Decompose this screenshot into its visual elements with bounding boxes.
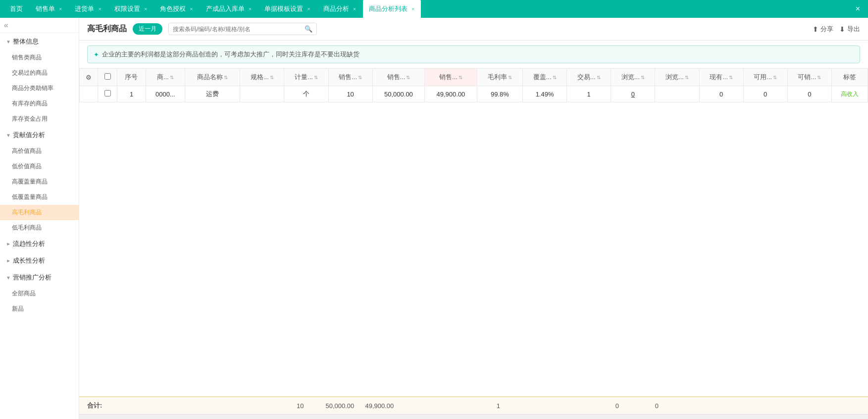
- nav-product-inbound[interactable]: 产成品入库单 ×: [200, 0, 257, 18]
- col-checkbox[interactable]: [98, 69, 117, 86]
- search-icon[interactable]: 🔍: [305, 25, 312, 33]
- row-trade: 1: [567, 86, 611, 102]
- sidebar-item-stock-capital[interactable]: 库存资金占用: [0, 111, 79, 127]
- table-header-row: ⚙ 序号 商... ⇅: [80, 69, 868, 86]
- nav-template-settings[interactable]: 单据模板设置 ×: [258, 0, 316, 18]
- export-button[interactable]: ⬇ 导出: [839, 25, 860, 34]
- nav-close-inbound[interactable]: ×: [249, 0, 252, 18]
- nav-close-template[interactable]: ×: [307, 0, 310, 18]
- col-view1[interactable]: 浏览... ⇅: [611, 69, 655, 86]
- col-unit[interactable]: 计量... ⇅: [284, 69, 328, 86]
- scrollbar-area[interactable]: [79, 414, 868, 419]
- arrow-icon-4: ▼: [5, 258, 11, 263]
- col-spec[interactable]: 规格... ⇅: [240, 69, 284, 86]
- footer-spacer-2: [132, 402, 152, 410]
- sidebar-item-all-goods[interactable]: 全部商品: [0, 286, 79, 301]
- col-settings[interactable]: ⚙: [80, 69, 98, 86]
- sidebar-group-overall-header[interactable]: ▼ 整体信息: [0, 33, 79, 50]
- sidebar-item-low-value[interactable]: 低价值商品: [0, 159, 79, 174]
- col-sales-profit[interactable]: 销售... ⇅: [425, 69, 477, 86]
- sidebar-item-high-coverage[interactable]: 高覆盖量商品: [0, 174, 79, 189]
- sort-icon-view1[interactable]: ⇅: [641, 75, 645, 80]
- col-coverage[interactable]: 覆盖... ⇅: [523, 69, 567, 86]
- sidebar-item-high-margin[interactable]: 高毛利商品: [0, 205, 79, 220]
- nav-close-purchase[interactable]: ×: [98, 0, 101, 18]
- settings-icon[interactable]: ⚙: [86, 74, 92, 81]
- sort-icon-view2[interactable]: ⇅: [685, 75, 689, 80]
- sort-icon-unit[interactable]: ⇅: [314, 75, 318, 80]
- nav-close-analysis[interactable]: ×: [353, 0, 356, 18]
- sidebar-group-contribution: ▼ 贡献值分析 高价值商品 低价值商品 高覆盖量商品 低覆盖量商品 高毛利商品 …: [0, 127, 79, 235]
- footer-sales-profit: 49,900.00: [359, 402, 399, 410]
- col-gross-margin[interactable]: 毛利率 ⇅: [477, 69, 522, 86]
- col-sales-qty[interactable]: 销售... ⇅: [328, 69, 372, 86]
- row-name: 运费: [185, 86, 240, 102]
- nav-close-sales[interactable]: ×: [59, 0, 62, 18]
- sidebar-group-trend: ▼ 流趋性分析: [0, 235, 79, 252]
- content-area: 高毛利商品 近一月 🔍 ⬆ 分享 ⬇ 导出 ✦ 企业的主要的利润都是这部分商品创…: [79, 18, 868, 419]
- sort-icon-current-stock[interactable]: ⇅: [729, 75, 733, 80]
- nav-close-permission[interactable]: ×: [144, 0, 147, 18]
- col-sellable[interactable]: 可销... ⇅: [787, 69, 831, 86]
- sort-icon-sales-qty[interactable]: ⇅: [358, 75, 362, 80]
- nav-analysis-list[interactable]: 商品分析列表 ×: [363, 0, 420, 18]
- row-tag: 高收入: [831, 86, 868, 102]
- sort-icon-sales-profit[interactable]: ⇅: [459, 75, 462, 80]
- footer-spacer-4: [181, 402, 221, 410]
- sort-icon-trade[interactable]: ⇅: [597, 75, 601, 80]
- sidebar-group-growth-header[interactable]: ▼ 成长性分析: [0, 252, 79, 269]
- sidebar-item-category-rate[interactable]: 商品分类助销率: [0, 81, 79, 96]
- sort-icon-sales-amount[interactable]: ⇅: [406, 75, 410, 80]
- footer-spacer-9: [518, 402, 558, 410]
- sidebar-group-marketing-header[interactable]: ▼ 营销推广分析: [0, 269, 79, 286]
- nav-sales-order[interactable]: 销售单 ×: [30, 0, 68, 18]
- sidebar-item-traded-goods[interactable]: 交易过的商品: [0, 65, 79, 81]
- sidebar-collapse-btn[interactable]: «: [0, 18, 79, 33]
- nav-close-role[interactable]: ×: [190, 0, 193, 18]
- nav-purchase-order[interactable]: 进货单 ×: [69, 0, 107, 18]
- sidebar-item-new-goods[interactable]: 新品: [0, 301, 79, 317]
- sort-icon-gross-margin[interactable]: ⇅: [508, 75, 512, 80]
- close-all-tabs[interactable]: ×: [852, 4, 864, 13]
- sidebar-group-trend-header[interactable]: ▼ 流趋性分析: [0, 235, 79, 252]
- table-row: 1 0000... 运费 个 10 50,000.00 49,900.00 99…: [80, 86, 868, 102]
- select-all-checkbox[interactable]: [104, 73, 111, 80]
- col-trade[interactable]: 交易... ⇅: [567, 69, 611, 86]
- sidebar-item-stocked-goods[interactable]: 有库存的商品: [0, 96, 79, 111]
- footer-spacer-1: [112, 402, 132, 410]
- col-tag: 标签: [831, 69, 868, 86]
- export-icon: ⬇: [839, 25, 845, 33]
- col-current-stock[interactable]: 现有... ⇅: [699, 69, 743, 86]
- sort-icon-spec[interactable]: ⇅: [270, 75, 274, 80]
- row-settings: [80, 86, 98, 102]
- nav-role-auth[interactable]: 角色授权 ×: [154, 0, 199, 18]
- sidebar-group-contribution-header[interactable]: ▼ 贡献值分析: [0, 127, 79, 143]
- nav-product-analysis[interactable]: 商品分析 ×: [317, 0, 362, 18]
- nav-close-list[interactable]: ×: [411, 0, 414, 18]
- share-button[interactable]: ⬆ 分享: [813, 25, 833, 34]
- sort-icon-sellable[interactable]: ⇅: [817, 75, 821, 80]
- sort-icon-available[interactable]: ⇅: [773, 75, 777, 80]
- nav-home[interactable]: 首页: [4, 0, 29, 18]
- sort-icon-coverage[interactable]: ⇅: [553, 75, 557, 80]
- row-checkbox[interactable]: [98, 86, 117, 102]
- row-available: 0: [743, 86, 787, 102]
- filter-recent-month[interactable]: 近一月: [133, 23, 162, 35]
- col-available[interactable]: 可用... ⇅: [743, 69, 787, 86]
- sort-icon-code[interactable]: ⇅: [170, 75, 174, 80]
- row-select-checkbox[interactable]: [104, 90, 111, 96]
- sidebar-item-high-value[interactable]: 高价值商品: [0, 143, 79, 159]
- col-code[interactable]: 商... ⇅: [146, 69, 185, 86]
- sidebar-item-sales-goods[interactable]: 销售类商品: [0, 50, 79, 65]
- sidebar: « ▼ 整体信息 销售类商品 交易过的商品 商品分类助销率 有库存的商品 库存资…: [0, 18, 79, 419]
- nav-permission-settings[interactable]: 权限设置 ×: [108, 0, 153, 18]
- row-view1[interactable]: 0: [611, 86, 655, 102]
- sidebar-item-low-margin[interactable]: 低毛利商品: [0, 220, 79, 235]
- sidebar-item-low-coverage[interactable]: 低覆盖量商品: [0, 189, 79, 205]
- search-input[interactable]: [173, 26, 305, 33]
- table-container[interactable]: ⚙ 序号 商... ⇅: [79, 68, 868, 396]
- sort-icon-name[interactable]: ⇅: [224, 75, 228, 80]
- col-sales-amount[interactable]: 销售... ⇅: [372, 69, 425, 86]
- col-name[interactable]: 商品名称 ⇅: [185, 69, 240, 86]
- col-view2[interactable]: 浏览... ⇅: [655, 69, 699, 86]
